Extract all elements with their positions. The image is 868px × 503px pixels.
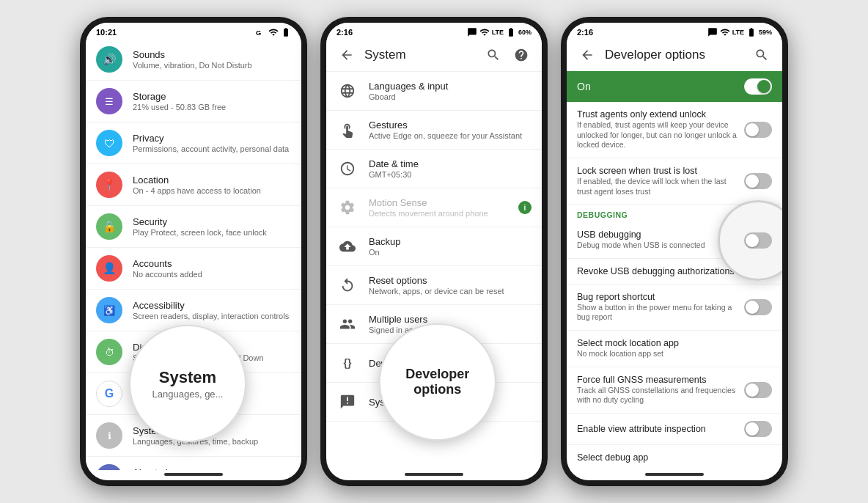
trust-title: Trust agents only extend unlock — [577, 109, 738, 120]
location-subtitle: On - 4 apps have access to location — [133, 186, 291, 195]
sys-item-gestures[interactable]: Gestures Active Edge on, squeeze for you… — [326, 111, 542, 150]
reset-title: Reset options — [369, 275, 532, 286]
circle-main-2: Developer options — [380, 367, 495, 397]
time-3: 2:16 — [577, 28, 593, 37]
bugreport-desc: Show a button in the power menu for taki… — [577, 303, 738, 323]
circle-sub-1: Languages, ge... — [152, 389, 224, 400]
sounds-subtitle: Volume, vibration, Do Not Disturb — [133, 61, 291, 70]
sys-item-datetime[interactable]: Date & time GMT+05:30 — [326, 150, 542, 188]
motion-info-badge: i — [518, 201, 532, 214]
gestures-sub: Active Edge on, squeeze for your Assista… — [369, 131, 532, 140]
usb-toggle[interactable] — [744, 232, 772, 249]
battery-icon-2 — [506, 27, 516, 37]
usb-title: USB debugging — [577, 230, 738, 240]
debugapp-title: Select debug app — [577, 452, 772, 463]
help-button-2[interactable] — [511, 45, 532, 65]
dev-option-viewattr[interactable]: Enable view attribute inspection — [567, 414, 782, 445]
dev-option-bugreport[interactable]: Bug report shortcut Show a button in the… — [567, 284, 782, 331]
dev-option-trust[interactable]: Trust agents only extend unlock If enabl… — [567, 102, 782, 158]
accessibility-icon: ♿ — [96, 297, 122, 323]
settings-item-accounts[interactable]: 👤 Accounts No accounts added — [86, 248, 301, 290]
about-icon: 📱 — [96, 464, 122, 470]
home-bar-1 — [164, 473, 223, 476]
back-button-3[interactable] — [577, 45, 597, 65]
gnss-desc: Track all GNSS constellations and freque… — [577, 386, 738, 405]
bugreport-toggle[interactable] — [744, 299, 772, 315]
accessibility-title: Accessibility — [133, 300, 291, 311]
dev-option-debugapp[interactable]: Select debug app — [567, 445, 782, 470]
dev-option-usb[interactable]: USB debugging Debug mode when USB is con… — [567, 222, 782, 259]
time-2: 2:16 — [336, 28, 353, 37]
phone-3-screen: 2:16 LTE 59% Developer options On — [567, 23, 782, 480]
trust-desc: If enabled, trust agents will keep your … — [577, 120, 738, 150]
on-toggle-row[interactable]: On — [567, 71, 782, 102]
battery-pct-3: 59% — [759, 29, 772, 36]
accessibility-subtitle: Screen readers, display, interaction con… — [133, 312, 291, 320]
lockscreen-title: Lock screen when trust is lost — [577, 166, 738, 176]
settings-item-sounds[interactable]: 🔊 Sounds Volume, vibration, Do Not Distu… — [86, 39, 301, 81]
usb-desc: Debug mode when USB is connected — [577, 241, 738, 251]
settings-item-security[interactable]: 🔒 Security Play Protect, screen lock, fa… — [86, 206, 301, 248]
viewattr-toggle[interactable] — [744, 421, 772, 437]
search-button-3[interactable] — [751, 45, 772, 65]
privacy-icon: 🛡 — [96, 130, 122, 156]
storage-subtitle: 21% used - 50.83 GB free — [133, 103, 291, 111]
status-icons-1: G — [256, 27, 291, 37]
wifi-icon — [268, 27, 279, 37]
status-bar-3: 2:16 LTE 59% — [567, 23, 782, 39]
mockloc-desc: No mock location app set — [577, 349, 772, 359]
battery-icon-1 — [281, 27, 291, 37]
lte-label-3: LTE — [732, 29, 744, 36]
accounts-title: Accounts — [133, 258, 291, 269]
languages-title: Languages & input — [369, 81, 532, 92]
on-toggle[interactable] — [744, 78, 772, 95]
sys-item-backup[interactable]: Backup On — [326, 227, 542, 266]
dev-option-lockscreen[interactable]: Lock screen when trust is lost If enable… — [567, 158, 782, 205]
storage-icon: ☰ — [96, 88, 122, 114]
motion-sub: Detects movement around phone — [369, 209, 508, 218]
home-bar-3 — [645, 473, 704, 476]
languages-sub: Gboard — [369, 92, 532, 101]
sounds-icon: 🔊 — [96, 46, 122, 73]
system-header-title: System — [364, 48, 476, 62]
home-bar-2 — [405, 473, 463, 476]
trust-toggle[interactable] — [744, 122, 772, 138]
sounds-text: Sounds Volume, vibration, Do Not Disturb — [133, 49, 291, 70]
viewattr-title: Enable view attribute inspection — [577, 424, 738, 434]
on-toggle-thumb — [757, 80, 770, 93]
search-button-2[interactable] — [483, 45, 504, 65]
gnss-toggle[interactable] — [744, 382, 772, 398]
dev-option-gnss[interactable]: Force full GNSS measurements Track all G… — [567, 367, 782, 414]
backup-sub: On — [369, 248, 532, 257]
motion-title: Motion Sense — [369, 197, 508, 208]
dev-option-mockloc[interactable]: Select mock location app No mock locatio… — [567, 331, 782, 367]
settings-item-about[interactable]: 📱 About phone Pixel 4 XL — [86, 457, 301, 470]
lockscreen-toggle[interactable] — [744, 173, 772, 189]
phone-1-screen: 10:21 G 🔊 Sounds Volume, vibration, Do N… — [86, 23, 301, 480]
phone-2-screen: 2:16 LTE 60% System — [326, 23, 542, 480]
system-circle-overlay: System Languages, ge... — [129, 325, 246, 442]
dev-header: Developer options — [567, 39, 782, 71]
motion-icon — [336, 197, 358, 219]
sysupdate-icon — [336, 391, 358, 413]
lte-label-2: LTE — [492, 29, 504, 36]
usb-toggle-wrapper — [744, 232, 772, 249]
privacy-subtitle: Permissions, account activity, personal … — [133, 144, 291, 153]
devops-circle-overlay: Developer options — [379, 323, 496, 441]
settings-item-storage[interactable]: ☰ Storage 21% used - 50.83 GB free — [86, 81, 301, 122]
sys-item-motion[interactable]: Motion Sense Detects movement around pho… — [326, 188, 542, 227]
location-title: Location — [133, 175, 291, 186]
datetime-sub: GMT+05:30 — [369, 170, 532, 179]
sounds-title: Sounds — [133, 49, 291, 60]
reset-sub: Network, apps, or device can be reset — [369, 287, 532, 295]
accounts-subtitle: No accounts added — [133, 270, 291, 279]
settings-item-privacy[interactable]: 🛡 Privacy Permissions, account activity,… — [86, 122, 301, 164]
phone-2: 2:16 LTE 60% System — [320, 17, 548, 486]
back-button-2[interactable] — [336, 45, 357, 65]
multiuser-icon — [336, 313, 358, 335]
google-icon: G — [256, 27, 266, 37]
sys-item-languages[interactable]: Languages & input Gboard — [326, 72, 542, 111]
settings-item-location[interactable]: 📍 Location On - 4 apps have access to lo… — [86, 164, 301, 206]
sys-item-reset[interactable]: Reset options Network, apps, or device c… — [326, 266, 542, 305]
phone-3: 2:16 LTE 59% Developer options On — [561, 17, 788, 486]
